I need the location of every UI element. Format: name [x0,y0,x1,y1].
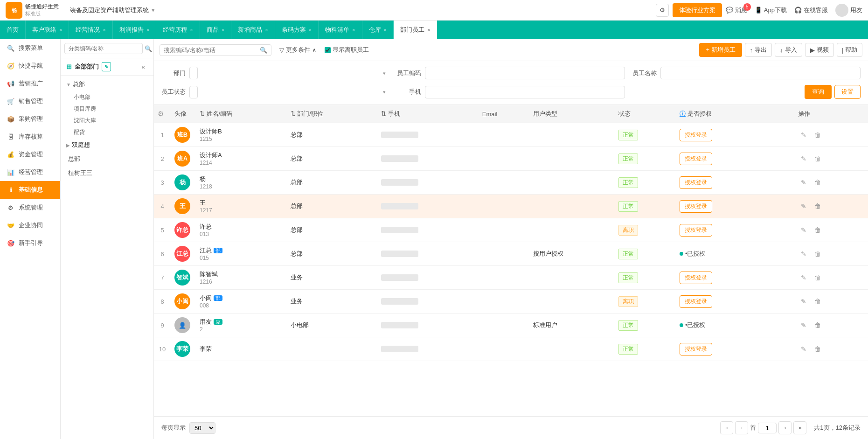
sidebar-item-采购管理[interactable]: 📦采购管理 [0,110,60,128]
nav-tab-物料清单[interactable]: 物料清单 × [319,21,362,39]
dept-node-zhishu[interactable]: 植树王三 [61,166,153,180]
edit-button[interactable]: ✎ [798,320,809,331]
last-page-button[interactable]: » [793,421,806,434]
dept-child-xiangmukufang[interactable]: 项目库房 [61,103,153,115]
dept-child-xiaodianbù[interactable]: 小电部 [61,91,153,103]
auth-login-button[interactable]: 授权登录 [680,224,712,237]
more-conditions-button[interactable]: ▽ 更多条件 ∧ [275,43,321,56]
sidebar-item-销售管理[interactable]: 🛒销售管理 [0,92,60,110]
edit-button[interactable]: ✎ [798,153,809,164]
sidebar-item-企业协同[interactable]: 🤝企业协同 [0,216,60,234]
auth-login-button[interactable]: 授权登录 [680,343,712,355]
sidebar-item-搜索菜单[interactable]: 🔍搜索菜单 [0,39,60,57]
export-button[interactable]: ↑ 导出 [745,43,772,57]
sidebar-item-快捷导航[interactable]: 🧭快捷导航 [0,57,60,75]
user-menu[interactable]: 用友 [835,4,862,17]
delete-button[interactable]: 🗑 [812,153,823,164]
edit-button[interactable]: ✎ [798,201,809,212]
auth-login-button[interactable]: 授权登录 [680,272,712,284]
dept-node-zongbu2[interactable]: 总部 [61,152,153,166]
set-button[interactable]: 设置 [834,85,861,99]
online-service-button[interactable]: 🎧 在线客服 [794,6,828,14]
dept-child-shenyang[interactable]: 沈阳大库 [61,115,153,126]
edit-button[interactable]: ✎ [798,224,809,236]
dept-filter-select[interactable] [189,67,198,79]
edit-button[interactable]: ✎ [798,129,809,140]
next-page-button[interactable]: › [778,421,792,434]
dept-search-icon[interactable]: 🔍 [145,45,152,52]
dept-edit-button[interactable]: ✎ [102,62,111,71]
close-tab-icon[interactable]: × [427,27,430,33]
nav-tab-经营情况[interactable]: 经营情况 × [69,21,112,39]
prev-page-button[interactable]: ‹ [735,421,748,434]
sidebar-item-系统管理[interactable]: ⚙系统管理 [0,199,60,216]
nav-tab-经营历程[interactable]: 经营历程 × [156,21,200,39]
delete-button[interactable]: 🗑 [812,129,823,140]
edit-button[interactable]: ✎ [798,272,809,283]
help-button[interactable]: | 帮助 [837,43,862,57]
nav-tab-商品[interactable]: 商品 × [200,21,231,39]
delete-button[interactable]: 🗑 [812,201,823,212]
auth-login-button[interactable]: 授权登录 [680,153,712,165]
delete-button[interactable]: 🗑 [812,272,823,283]
dept-search-input[interactable] [64,43,143,54]
close-tab-icon[interactable]: × [103,27,105,33]
settings-icon[interactable]: ⚙ [158,110,164,118]
close-tab-icon[interactable]: × [190,27,193,33]
query-button[interactable]: 查询 [805,85,832,99]
phone-input[interactable] [425,86,625,98]
collapse-button[interactable]: « [139,62,148,71]
nav-tab-仓库[interactable]: 仓库 × [362,21,394,39]
delete-button[interactable]: 🗑 [812,177,823,188]
app-download-button[interactable]: 📱 App下载 [755,6,787,14]
nav-tab-客户联络[interactable]: 客户联络 × [26,21,69,39]
sidebar-item-营销推广[interactable]: 📢营销推广 [0,75,60,92]
close-tab-icon[interactable]: × [384,27,387,33]
edit-button[interactable]: ✎ [798,248,809,259]
empname-input[interactable] [660,67,861,79]
delete-button[interactable]: 🗑 [812,320,823,331]
message-button[interactable]: 💬 消息 5 [726,6,747,14]
auth-login-button[interactable]: 授权登录 [680,176,712,189]
search-icon[interactable]: 🔍 [260,47,267,54]
auth-login-button[interactable]: 授权登录 [680,129,712,141]
trial-button[interactable]: 体验行业方案 [673,3,722,17]
dept-child-peihuo[interactable]: 配货 [61,126,153,138]
page-size-select[interactable]: 50 100 200 [189,422,215,434]
page-input[interactable] [758,423,777,433]
edit-button[interactable]: ✎ [798,343,809,355]
dept-node-zongbu[interactable]: ▼ 总部 [61,77,153,91]
sidebar-item-资金管理[interactable]: 💰资金管理 [0,146,60,163]
nav-tab-新增商品[interactable]: 新增商品 × [231,21,275,39]
delete-button[interactable]: 🗑 [812,248,823,259]
nav-tab-部门员工[interactable]: 部门员工 × [394,21,437,39]
sidebar-item-经营管理[interactable]: 📊经营管理 [0,163,60,181]
dept-node-shuangtingxiang[interactable]: ▶ 双庭想 [61,138,153,152]
nav-tab-利润报告[interactable]: 利润报告 × [113,21,156,39]
gear-button[interactable]: ⚙ [656,4,669,17]
nav-tab-条码方案[interactable]: 条码方案 × [275,21,319,39]
add-employee-button[interactable]: + 新增员工 [699,43,742,57]
close-tab-icon[interactable]: × [352,27,355,33]
sidebar-item-基础信息[interactable]: ℹ基础信息 [0,181,60,199]
close-tab-icon[interactable]: × [265,27,268,33]
first-page-button[interactable]: « [720,421,733,434]
sidebar-item-新手引导[interactable]: 🎯新手引导 [0,234,60,252]
empcode-input[interactable] [425,67,625,79]
close-tab-icon[interactable]: × [146,27,149,33]
delete-button[interactable]: 🗑 [812,296,823,307]
delete-button[interactable]: 🗑 [812,224,823,236]
auth-login-button[interactable]: 授权登录 [680,295,712,308]
status-filter-select[interactable] [189,86,198,98]
auth-login-button[interactable]: 授权登录 [680,200,712,213]
edit-button[interactable]: ✎ [798,177,809,188]
sidebar-item-库存核算[interactable]: 🗄库存核算 [0,128,60,146]
delete-button[interactable]: 🗑 [812,343,823,355]
dropdown-arrow-icon[interactable]: ▾ [152,7,155,14]
nav-tab-首页[interactable]: 首页 [0,21,26,39]
close-tab-icon[interactable]: × [222,27,224,33]
view-button[interactable]: ▶ 视频 [805,43,834,57]
search-input[interactable] [164,47,258,54]
close-tab-icon[interactable]: × [309,27,312,33]
close-tab-icon[interactable]: × [59,27,62,33]
